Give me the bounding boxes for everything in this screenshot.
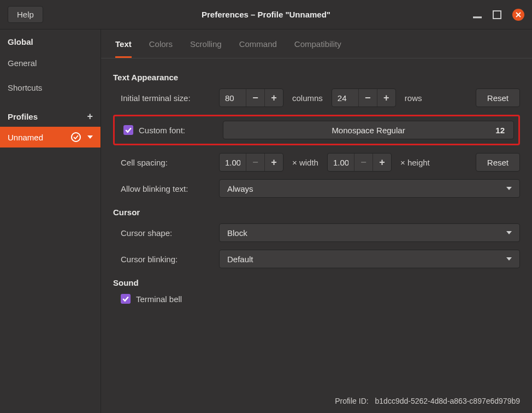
window-controls	[473, 9, 524, 21]
columns-increment[interactable]: +	[264, 89, 283, 107]
chevron-down-icon	[506, 257, 512, 261]
terminal-bell-label: Terminal bell	[136, 294, 182, 304]
cell-width-spinner: − +	[219, 153, 283, 172]
cursor-blinking-label: Cursor blinking:	[121, 255, 214, 264]
tab-text[interactable]: Text	[115, 39, 132, 58]
cell-width-increment[interactable]: +	[264, 154, 283, 171]
cell-height-increment[interactable]: +	[373, 154, 391, 171]
profile-id-value: b1dcc9dd-5262-4d8d-a863-c897e6d979b9	[375, 397, 520, 405]
sidebar-item-profile-unnamed[interactable]: Unnamed	[0, 127, 101, 148]
svg-rect-1	[493, 10, 501, 18]
close-icon[interactable]	[512, 9, 524, 21]
cell-height-input[interactable]	[328, 158, 354, 167]
row-terminal-bell: Terminal bell	[113, 294, 520, 304]
reset-size-button[interactable]: Reset	[476, 88, 520, 107]
cursor-blinking-value: Default	[227, 255, 253, 264]
minimize-icon[interactable]	[473, 10, 482, 19]
title-bar: Help Preferences – Profile "Unnamed"	[0, 0, 532, 30]
cell-width-input[interactable]	[220, 158, 246, 167]
cell-height-unit: × height	[400, 158, 430, 167]
section-sound: Sound	[113, 278, 520, 287]
profile-name-label: Unnamed	[8, 133, 43, 142]
columns-spinner: − +	[219, 88, 283, 107]
profile-id-label: Profile ID:	[335, 397, 368, 405]
cell-height-spinner: − +	[327, 153, 392, 172]
reset-cell-spacing-button[interactable]: Reset	[476, 153, 520, 172]
rows-decrement[interactable]: −	[358, 89, 377, 107]
custom-font-checkbox[interactable]	[123, 125, 133, 135]
maximize-icon[interactable]	[493, 10, 501, 19]
profiles-header-label: Profiles	[8, 112, 38, 121]
section-cursor: Cursor	[113, 208, 520, 217]
profile-id-footer: Profile ID: b1dcc9dd-5262-4d8d-a863-c897…	[335, 397, 520, 405]
text-tab-panel: Text Appearance Initial terminal size: −…	[101, 58, 532, 413]
blinking-text-value: Always	[227, 184, 253, 193]
content-panel: Text Colors Scrolling Command Compatibil…	[101, 30, 532, 413]
cell-spacing-label: Cell spacing:	[121, 158, 214, 167]
tab-compatibility[interactable]: Compatibility	[294, 39, 341, 58]
cursor-shape-dropdown[interactable]: Block	[219, 223, 520, 242]
rows-spinner: − +	[332, 88, 396, 107]
cell-width-unit: × width	[292, 158, 318, 167]
font-chooser-button[interactable]: Monospace Regular 12	[223, 121, 514, 139]
svg-rect-0	[473, 16, 482, 18]
cursor-shape-label: Cursor shape:	[121, 228, 214, 238]
custom-font-label: Custom font:	[139, 126, 185, 135]
sidebar-item-general[interactable]: General	[0, 51, 101, 75]
initial-size-label: Initial terminal size:	[121, 93, 214, 103]
tab-colors[interactable]: Colors	[149, 39, 173, 58]
rows-unit: rows	[405, 93, 422, 103]
cursor-blinking-dropdown[interactable]: Default	[219, 250, 520, 268]
columns-input[interactable]	[220, 93, 246, 103]
rows-increment[interactable]: +	[377, 89, 395, 107]
sidebar-header-profiles: Profiles +	[0, 100, 101, 127]
sidebar-item-shortcuts[interactable]: Shortcuts	[0, 75, 101, 100]
blinking-text-label: Allow blinking text:	[121, 184, 214, 193]
columns-unit: columns	[292, 93, 323, 103]
rows-input[interactable]	[332, 93, 358, 103]
window-title: Preferences – Profile "Unnamed"	[0, 10, 532, 19]
font-size-label: 12	[495, 126, 505, 135]
chevron-down-icon	[506, 231, 512, 234]
columns-decrement[interactable]: −	[246, 89, 264, 107]
row-cell-spacing: Cell spacing: − + × width − + × height R…	[113, 153, 520, 172]
row-cursor-blinking: Cursor blinking: Default	[113, 250, 520, 268]
sidebar: Global General Shortcuts Profiles + Unna…	[0, 30, 101, 413]
profile-menu-caret-icon[interactable]	[87, 135, 93, 139]
sidebar-header-global: Global	[0, 30, 101, 51]
section-text-appearance: Text Appearance	[113, 73, 520, 82]
profile-tabs: Text Colors Scrolling Command Compatibil…	[101, 30, 532, 58]
custom-font-highlight: Custom font: Monospace Regular 12	[113, 115, 520, 145]
cell-width-decrement: −	[246, 154, 264, 171]
row-blinking-text: Allow blinking text: Always	[113, 179, 520, 198]
chevron-down-icon	[506, 187, 512, 190]
tab-scrolling[interactable]: Scrolling	[190, 39, 222, 58]
row-initial-size: Initial terminal size: − + columns − + r…	[113, 88, 520, 107]
help-menu-button[interactable]: Help	[8, 6, 43, 23]
row-cursor-shape: Cursor shape: Block	[113, 223, 520, 242]
add-profile-icon[interactable]: +	[87, 111, 93, 122]
blinking-text-dropdown[interactable]: Always	[219, 179, 520, 198]
terminal-bell-checkbox[interactable]	[121, 294, 131, 304]
default-profile-check-icon	[71, 132, 81, 142]
cursor-shape-value: Block	[227, 228, 247, 238]
cell-height-decrement: −	[354, 154, 373, 171]
font-name-label: Monospace Regular	[332, 126, 405, 135]
tab-command[interactable]: Command	[239, 39, 277, 58]
